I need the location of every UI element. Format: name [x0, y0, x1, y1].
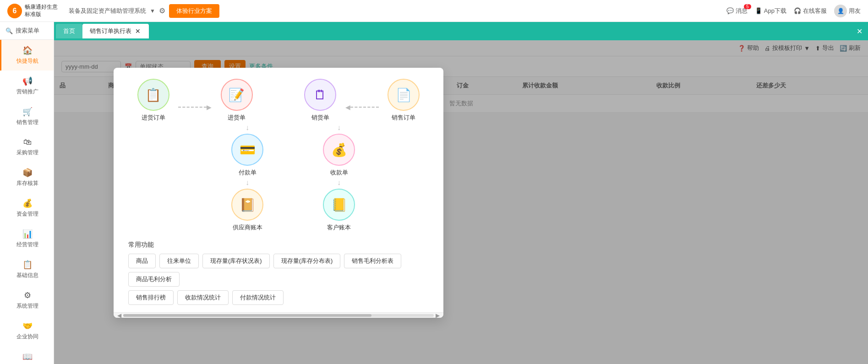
btn-stock-status[interactable]: 现存量(库存状况表) — [202, 254, 270, 268]
flow-node-receipt[interactable]: 💰 收款单 — [311, 134, 366, 177]
common-btns-row2: 销售排行榜 收款情况统计 付款情况统计 — [128, 290, 429, 305]
trial-btn[interactable]: 体验行业方案 — [169, 4, 219, 18]
btn-sales-margin[interactable]: 销售毛利分析表 — [344, 254, 401, 268]
sales-bill-icon: 🗒 — [304, 79, 336, 111]
flow-node-customer-account[interactable]: 📒 客户账本 — [311, 189, 366, 232]
scroll-thumb — [123, 314, 371, 317]
logo-icon: 6 — [7, 4, 22, 18]
btn-sales-rank[interactable]: 销售排行榜 — [128, 290, 174, 305]
marketing-icon: 📢 — [22, 76, 33, 86]
flow-node-sales-order[interactable]: 📄 销售订单 — [379, 79, 429, 122]
search-menu-btn[interactable]: 🔍 搜索菜单 — [0, 22, 54, 40]
purchase-icon: 🛍 — [23, 137, 32, 147]
app-download-btn[interactable]: 📱 App下载 — [755, 7, 786, 15]
btn-product-margin[interactable]: 商品毛利分析 — [128, 272, 180, 287]
sidebar-item-enterprise[interactable]: 🤝 企业协同 — [0, 315, 54, 346]
sales-order-label: 销售订单 — [392, 114, 415, 122]
system-dropdown-btn[interactable]: ▼ — [150, 8, 155, 14]
common-functions-title: 常用功能 — [128, 241, 429, 249]
flow-node-sales-bill[interactable]: 🗒 销货单 — [295, 79, 345, 122]
message-btn[interactable]: 💬 消息 5 — [726, 7, 748, 15]
online-service-btn[interactable]: 🎧 在线客服 — [794, 7, 827, 15]
avatar: 👤 — [834, 5, 847, 17]
home-icon: 🏠 — [22, 45, 33, 55]
modal-scrollbar[interactable]: ◀ ▶ — [114, 312, 443, 318]
purchase-bill-label: 进货单 — [228, 114, 246, 122]
guide-icon: 📖 — [22, 352, 33, 362]
flow-node-payment[interactable]: 💳 付款单 — [220, 134, 275, 177]
sidebar-item-basic-info[interactable]: 📋 基础信息 — [0, 254, 54, 285]
btn-partner[interactable]: 往来单位 — [159, 254, 199, 268]
btn-receipt-stats[interactable]: 收款情况统计 — [177, 290, 229, 305]
operation-icon: 📊 — [22, 229, 33, 239]
tab-sales-order[interactable]: 销售订单执行表 ✕ — [82, 24, 149, 38]
supplier-account-icon: 📔 — [231, 189, 263, 221]
purchase-order-icon: 📋 — [137, 79, 169, 111]
receipt-label: 收款单 — [330, 168, 348, 177]
page-content: ❓ 帮助 🖨 按模板打印 ▼ ⬆ 导出 🔄 刷新 — [54, 40, 868, 364]
customer-account-label: 客户账本 — [327, 223, 351, 232]
basic-info-icon: 📋 — [22, 260, 33, 270]
message-icon: 💬 — [726, 7, 734, 14]
flow-node-supplier-account[interactable]: 📔 供应商账本 — [220, 189, 275, 232]
enterprise-icon: 🤝 — [22, 321, 33, 331]
scroll-track — [123, 314, 434, 317]
logo-text: 畅康通好生意 标准版 — [25, 4, 58, 18]
sidebar-item-finance[interactable]: 💰 资金管理 — [0, 193, 54, 223]
tab-home[interactable]: 首页 — [56, 24, 82, 38]
btn-payment-stats[interactable]: 付款情况统计 — [232, 290, 284, 305]
sales-order-icon: 📄 — [388, 79, 420, 111]
sidebar-item-operation[interactable]: 📊 经营管理 — [0, 223, 54, 254]
sidebar-item-marketing[interactable]: 📢 营销推广 — [0, 71, 54, 101]
message-badge: 5 — [744, 4, 751, 9]
customer-account-icon: 📒 — [323, 189, 355, 221]
purchase-bill-icon: 📝 — [221, 79, 253, 111]
sidebar-item-inventory[interactable]: 📦 库存核算 — [0, 162, 54, 193]
sales-icon: 🛒 — [22, 107, 33, 117]
tab-close-btn[interactable]: ✕ — [134, 27, 142, 35]
common-functions-section: 常用功能 商品 往来单位 现存量(库存状况表) 现存量(库存分布表) 销售毛利分… — [128, 241, 429, 305]
logo: 6 畅康通好生意 标准版 — [7, 4, 61, 18]
payment-label: 付款单 — [239, 168, 257, 177]
sales-bill-label: 销货单 — [311, 114, 329, 122]
tab-bar-close-btn[interactable]: ✕ — [853, 27, 866, 36]
download-icon: 📱 — [755, 7, 762, 14]
flow-node-purchase-order[interactable]: 📋 进货订单 — [128, 79, 178, 122]
payment-icon: 💳 — [231, 134, 263, 166]
system-icon: ⚙ — [24, 290, 31, 300]
search-icon: 🔍 — [5, 27, 13, 34]
finance-icon: 💰 — [22, 198, 33, 208]
sidebar-item-system[interactable]: ⚙ 系统管理 — [0, 285, 54, 315]
sidebar-item-quick-nav[interactable]: 🏠 快捷导航 — [0, 40, 54, 71]
supplier-account-label: 供应商账本 — [233, 223, 262, 232]
receipt-icon: 💰 — [323, 134, 355, 166]
btn-stock-dist[interactable]: 现存量(库存分布表) — [273, 254, 341, 268]
btn-product[interactable]: 商品 — [128, 254, 156, 268]
sidebar-item-new-guide[interactable]: 📖 新手引导 — [0, 346, 54, 364]
settings-gear-btn[interactable]: ⚙ — [159, 6, 165, 15]
sidebar: 🔍 搜索菜单 🏠 快捷导航 📢 营销推广 🛒 销售管理 🛍 采购管理 📦 — [0, 22, 54, 364]
flow-node-purchase-bill[interactable]: 📝 进货单 — [212, 79, 262, 122]
inventory-icon: 📦 — [22, 168, 33, 178]
service-icon: 🎧 — [794, 7, 801, 14]
scroll-right-btn[interactable]: ▶ — [434, 312, 442, 318]
user-menu-btn[interactable]: 👤 用友 — [834, 5, 861, 17]
purchase-order-label: 进货订单 — [142, 114, 165, 122]
scroll-left-btn[interactable]: ◀ — [115, 312, 123, 318]
modal-overlay[interactable]: 📋 进货订单 ▶ 📝 — [54, 40, 868, 364]
common-btns-row1: 商品 往来单位 现存量(库存状况表) 现存量(库存分布表) 销售毛利分析表 商品… — [128, 254, 429, 287]
app-title: 装备及固定资产辅助管理系统 — [69, 7, 146, 15]
modal: 📋 进货订单 ▶ 📝 — [114, 68, 443, 318]
tab-bar: 首页 销售订单执行表 ✕ ✕ — [54, 22, 868, 40]
sidebar-item-sales[interactable]: 🛒 销售管理 — [0, 101, 54, 132]
flow-section: 📋 进货订单 ▶ 📝 — [128, 79, 429, 232]
sidebar-item-purchase[interactable]: 🛍 采购管理 — [0, 132, 54, 162]
